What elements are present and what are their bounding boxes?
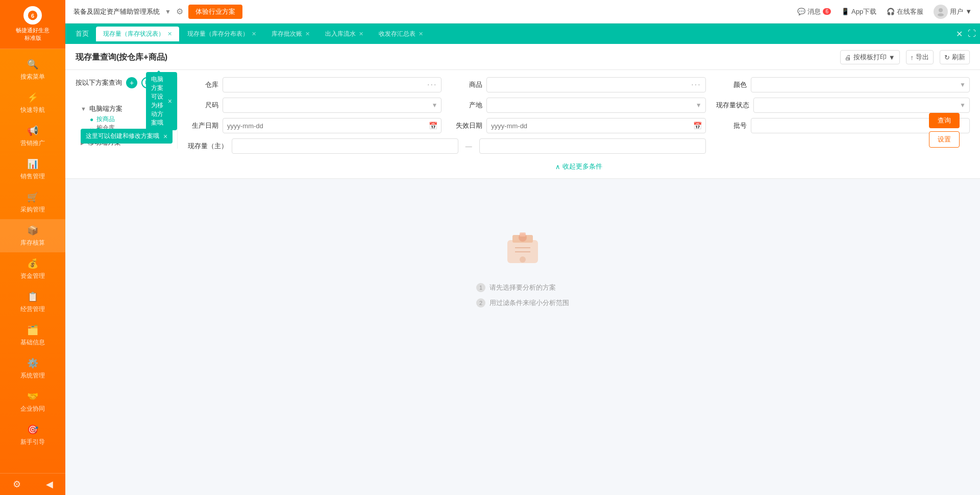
sidebar-item-guide[interactable]: 🎯 新手引导 — [0, 418, 65, 452]
tab-bar-right: ✕ ⛶ — [956, 29, 976, 39]
collapse-up-icon: ∧ — [555, 163, 560, 171]
tab-in-out-flow[interactable]: 出入库流水 ✕ — [318, 27, 371, 41]
tab-close-in-out-flow[interactable]: ✕ — [359, 31, 363, 37]
settings-icon[interactable]: ⚙ — [176, 7, 183, 16]
sub-scheme-radio: ● — [90, 116, 93, 123]
sidebar-item-finance[interactable]: 💰 资金管理 — [0, 252, 65, 286]
sidebar-item-search[interactable]: 🔍 搜索菜单 — [0, 53, 65, 86]
tab-receive-summary[interactable]: 收发存汇总表 ✕ — [372, 27, 430, 41]
tab-close-batch-account[interactable]: ✕ — [305, 31, 310, 37]
inventory-icon: 📦 — [27, 224, 38, 237]
prod-date-input-wrap: 📅 — [223, 118, 442, 133]
system-name: 装备及固定资产辅助管理系统 — [74, 7, 160, 16]
tab-expand-icon[interactable]: ⛶ — [968, 29, 976, 38]
color-select-wrap: ▼ — [751, 77, 970, 92]
sidebar-item-system[interactable]: ⚙️ 系统管理 — [0, 352, 65, 385]
search-icon: 🔍 — [27, 58, 38, 71]
print-btn[interactable]: 🖨 按模板打印 ▼ — [840, 50, 900, 64]
inv-status-select-wrap: ▼ — [753, 98, 970, 113]
step-2-num: 2 — [476, 298, 485, 308]
export-btn[interactable]: ↑ 导出 — [906, 50, 934, 64]
svg-text:6: 6 — [31, 13, 34, 19]
tab-batch-account[interactable]: 库存批次账 ✕ — [264, 27, 317, 41]
tab-close-inventory-dist[interactable]: ✕ — [252, 31, 256, 37]
inv-status-filter-row: 现存量状态 ▼ — [716, 98, 970, 113]
operations-icon: 📋 — [27, 291, 38, 303]
tooltip2-close-btn[interactable]: × — [163, 132, 167, 140]
inv-status-label: 现存量状态 — [716, 101, 749, 110]
search-btn[interactable]: 查询 — [929, 113, 960, 128]
goods-filter-row: 商品 ··· — [452, 77, 705, 92]
svg-rect-10 — [520, 232, 526, 237]
page-actions: 🖨 按模板打印 ▼ ↑ 导出 ↻ 刷新 — [840, 50, 970, 64]
header-right: 💬 消息 6 📱 App下载 🎧 在线客服 用户 ▼ — [797, 5, 972, 19]
filter-section: 按以下方案查询 + ↻ « 电脑方案可设为移动方案哦 × — [65, 70, 980, 179]
tab-inventory-dist[interactable]: 现存量（库存分布表） ✕ — [180, 27, 263, 41]
page-title: 现存量查询(按仓库+商品) — [76, 52, 167, 63]
svg-point-3 — [938, 13, 944, 16]
experience-btn[interactable]: 体验行业方案 — [188, 5, 242, 19]
svg-point-9 — [520, 256, 526, 263]
header-left: 装备及固定资产辅助管理系统 ▼ ⚙ 体验行业方案 — [74, 5, 242, 19]
prod-date-filter-row: 生产日期 📅 — [188, 118, 442, 133]
page-header: 现存量查询(按仓库+商品) 🖨 按模板打印 ▼ ↑ 导出 ↻ 刷新 — [65, 44, 980, 70]
goods-dots[interactable]: ··· — [691, 80, 701, 89]
origin-select[interactable] — [486, 98, 705, 113]
refresh-btn[interactable]: ↻ 刷新 — [940, 50, 970, 64]
tab-close-inventory-status[interactable]: ✕ — [167, 31, 172, 37]
sidebar-collapse-btn[interactable]: ◀ — [46, 479, 53, 490]
tooltip1-close-btn[interactable]: × — [168, 97, 172, 105]
inv-status-select[interactable] — [753, 98, 970, 113]
origin-select-wrap: ▼ — [486, 98, 705, 113]
prod-date-input[interactable] — [223, 118, 442, 133]
goods-label: 商品 — [452, 80, 482, 89]
tab-home[interactable]: 首页 — [69, 26, 95, 41]
empty-state-text: 1 请先选择要分析的方案 2 用过滤条件来缩小分析范围 — [476, 281, 569, 312]
size-select[interactable] — [223, 98, 442, 113]
expiry-date-input-wrap: 📅 — [486, 118, 705, 133]
sidebar-settings-btn[interactable]: ⚙ — [13, 479, 21, 490]
inv-main-from-input[interactable] — [232, 138, 458, 154]
tab-close-receive-summary[interactable]: ✕ — [419, 31, 423, 37]
print-chevron-icon: ▼ — [889, 54, 895, 61]
guide-icon: 🎯 — [27, 423, 38, 436]
size-select-wrap: ▼ — [223, 98, 442, 113]
desktop-scheme-arrow: ▼ — [81, 106, 86, 112]
tab-inventory-status[interactable]: 现存量（库存状况表） ✕ — [96, 27, 179, 41]
user-chevron-icon: ▼ — [965, 8, 972, 15]
sidebar-item-operations[interactable]: 📋 经营管理 — [0, 286, 65, 319]
add-scheme-btn[interactable]: + — [126, 77, 137, 88]
system-dropdown-btn[interactable]: ▼ — [165, 8, 171, 15]
message-badge: 6 — [823, 8, 831, 15]
reset-btn[interactable]: 设置 — [929, 131, 960, 148]
sidebar-item-basic[interactable]: 🗂️ 基础信息 — [0, 319, 65, 352]
query-btn-group: 查询 设置 — [929, 113, 960, 148]
size-label: 尺码 — [188, 101, 218, 110]
page-title-row: 现存量查询(按仓库+商品) 🖨 按模板打印 ▼ ↑ 导出 ↻ 刷新 — [76, 50, 970, 69]
sidebar-nav: 🔍 搜索菜单 ⚡ 快速导航 📢 营销推广 📊 销售管理 🛒 采购管理 📦 库存核… — [0, 49, 65, 473]
expiry-date-label: 失效日期 — [452, 121, 482, 130]
sidebar-item-purchase[interactable]: 🛒 采购管理 — [0, 186, 65, 219]
sidebar-item-sales[interactable]: 📊 销售管理 — [0, 153, 65, 186]
support-btn[interactable]: 🎧 在线客服 — [887, 7, 923, 16]
collapse-btn[interactable]: ∧ 收起更多条件 — [188, 159, 970, 171]
warehouse-dots[interactable]: ··· — [427, 80, 437, 89]
app-download-btn[interactable]: 📱 App下载 — [841, 7, 876, 16]
user-btn[interactable]: 用户 ▼ — [934, 5, 972, 19]
sidebar-item-enterprise[interactable]: 🤝 企业协同 — [0, 385, 65, 418]
color-label: 颜色 — [716, 80, 747, 89]
sidebar-item-inventory[interactable]: 📦 库存核算 — [0, 219, 65, 252]
warehouse-label: 仓库 — [188, 80, 218, 89]
sidebar-item-quick-nav[interactable]: ⚡ 快速导航 — [0, 86, 65, 120]
expiry-date-filter-row: 失效日期 📅 — [452, 118, 705, 133]
inv-main-to-input[interactable] — [479, 138, 706, 154]
expiry-date-input[interactable] — [486, 118, 705, 133]
inv-main-label: 现存量（主） — [188, 142, 228, 151]
sidebar-item-marketing[interactable]: 📢 营销推广 — [0, 120, 65, 153]
color-select[interactable] — [751, 77, 970, 92]
sidebar: 6 畅捷通好生意 标准版 🔍 搜索菜单 ⚡ 快速导航 📢 营销推广 📊 销售管理… — [0, 0, 65, 495]
inv-main-separator: — — [462, 143, 475, 150]
message-btn[interactable]: 💬 消息 6 — [797, 7, 831, 16]
tab-close-all-icon[interactable]: ✕ — [956, 29, 963, 39]
tab-bar: 首页 现存量（库存状况表） ✕ 现存量（库存分布表） ✕ 库存批次账 ✕ 出入库… — [65, 23, 980, 44]
